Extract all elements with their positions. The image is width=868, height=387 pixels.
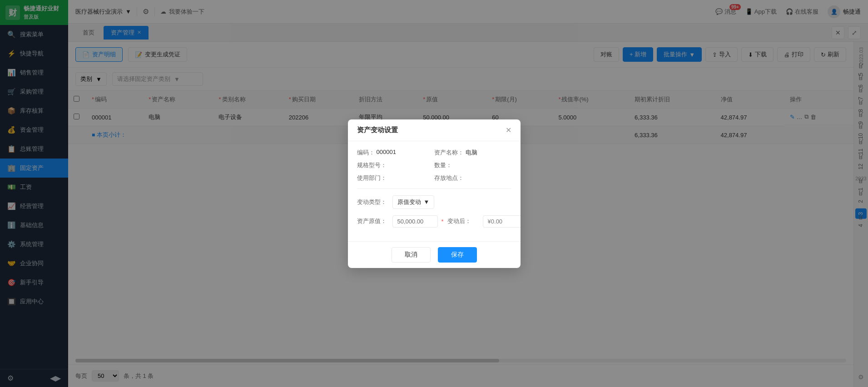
change-type-arrow: ▼ — [424, 198, 430, 205]
modal-info-location: 存放地点： — [434, 174, 511, 182]
asset-name-label: 资产名称： — [434, 149, 464, 157]
original-value-label: 资产原值： — [357, 217, 389, 225]
change-type-field: 变动类型： 原值变动 ▼ — [357, 195, 511, 209]
modal-info-quantity: 数量： — [434, 161, 511, 169]
asset-change-modal: 资产变动设置 ✕ 编码： 000001 资产名称： 电脑 规格型号： 数量： — [348, 119, 521, 268]
change-type-label: 变动类型： — [357, 198, 389, 206]
modal-close-button[interactable]: ✕ — [506, 126, 511, 134]
required-star: * — [441, 218, 444, 225]
location-label: 存放地点： — [434, 174, 464, 182]
quantity-label: 数量： — [434, 161, 452, 169]
modal-info-grid: 编码： 000001 资产名称： 电脑 规格型号： 数量： 使用部门： — [357, 149, 511, 189]
code-value: 000001 — [377, 149, 396, 157]
modal-info-model: 规格型号： — [357, 161, 434, 169]
original-value-display: 50,000.00 — [392, 215, 438, 228]
dept-label: 使用部门： — [357, 174, 387, 182]
modal-header: 资产变动设置 ✕ — [348, 119, 521, 141]
model-label: 规格型号： — [357, 161, 387, 169]
original-value-field: 资产原值： 50,000.00 * 变动后： — [357, 215, 511, 228]
modal-title: 资产变动设置 — [357, 126, 398, 134]
asset-name-value: 电脑 — [466, 149, 477, 157]
change-type-select[interactable]: 原值变动 ▼ — [392, 195, 435, 209]
modal-body: 编码： 000001 资产名称： 电脑 规格型号： 数量： 使用部门： — [348, 141, 521, 241]
modal-info-code: 编码： 000001 — [357, 149, 434, 157]
code-label: 编码： — [357, 149, 375, 157]
cancel-label: 取消 — [405, 251, 417, 258]
after-change-input[interactable] — [483, 215, 521, 228]
modal-info-department: 使用部门： — [357, 174, 434, 182]
cancel-button[interactable]: 取消 — [392, 247, 431, 263]
after-change-label: 变动后： — [447, 217, 479, 225]
change-type-text: 原值变动 — [397, 198, 421, 206]
save-label: 保存 — [451, 251, 464, 258]
modal-footer: 取消 保存 — [348, 241, 521, 268]
modal-info-name: 资产名称： 电脑 — [434, 149, 511, 157]
modal-overlay[interactable]: 资产变动设置 ✕ 编码： 000001 资产名称： 电脑 规格型号： 数量： — [0, 0, 868, 387]
change-type-value: 原值变动 ▼ — [392, 195, 511, 209]
save-button[interactable]: 保存 — [438, 247, 477, 263]
